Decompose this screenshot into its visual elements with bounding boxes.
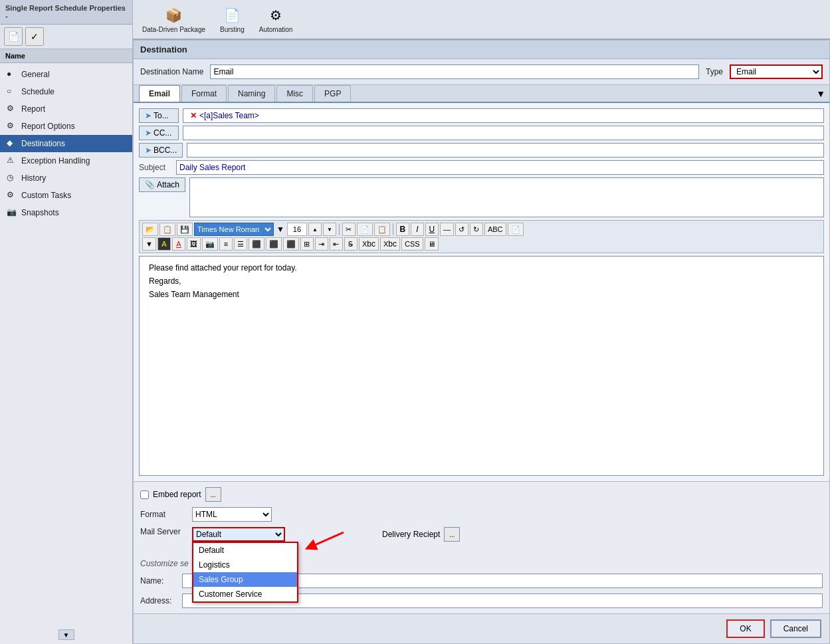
- rt-image-btn[interactable]: 🖼: [187, 237, 201, 251]
- cc-arrow-icon: ➤: [145, 128, 152, 138]
- rt-table-btn[interactable]: ⊞: [300, 237, 314, 251]
- subject-input[interactable]: [176, 160, 824, 175]
- embed-checkbox[interactable]: [140, 490, 149, 499]
- sidebar-item-label: Schedule: [21, 87, 54, 96]
- bcc-row: ➤ BCC...: [139, 143, 824, 158]
- sidebar-nav: ● General ○ Schedule ⚙ Report ⚙ Report O…: [0, 63, 132, 224]
- cc-input[interactable]: [183, 126, 824, 140]
- rt-redo-btn[interactable]: ↻: [470, 223, 483, 236]
- add-icon[interactable]: 📄: [4, 27, 23, 46]
- sidebar-item-exception-handling[interactable]: ⚠ Exception Handling: [0, 152, 132, 169]
- to-tag-remove[interactable]: ✕: [190, 111, 197, 120]
- rt-size-down-btn[interactable]: ▼: [323, 223, 336, 236]
- sidebar-item-report[interactable]: ⚙ Report: [0, 100, 132, 118]
- rt-divider2: [393, 223, 393, 235]
- rt-cut-btn[interactable]: ✂: [342, 223, 356, 236]
- rt-line-btn[interactable]: —: [440, 223, 454, 236]
- data-driven-button[interactable]: 📦 Data-Driven Package: [138, 4, 209, 35]
- email-content: ➤ To... ✕ <[a]Sales Team> ➤ CC...: [134, 103, 829, 481]
- cc-button-label: CC...: [154, 128, 171, 138]
- rt-ol-btn[interactable]: ≡: [219, 237, 233, 251]
- report-icon: ⚙: [7, 104, 17, 114]
- to-field[interactable]: ✕ <[a]Sales Team>: [183, 108, 824, 123]
- ok-button[interactable]: OK: [726, 619, 764, 638]
- rt-font-size[interactable]: [287, 223, 307, 236]
- rt-more-btn[interactable]: 📄: [508, 223, 524, 236]
- attach-button[interactable]: 📎 Attach: [139, 177, 185, 192]
- rt-outdent-btn[interactable]: ⇤: [330, 237, 343, 251]
- sidebar-item-schedule[interactable]: ○ Schedule: [0, 83, 132, 100]
- rt-font-select[interactable]: Times New Roman: [194, 223, 274, 236]
- tab-naming[interactable]: Naming: [228, 85, 275, 102]
- tab-format[interactable]: Format: [181, 85, 227, 102]
- sidebar-item-report-options[interactable]: ⚙ Report Options: [0, 118, 132, 135]
- bcc-button[interactable]: ➤ BCC...: [139, 143, 183, 158]
- cc-button[interactable]: ➤ CC...: [139, 126, 179, 140]
- bcc-input[interactable]: [187, 143, 824, 158]
- sidebar-item-history[interactable]: ◷ History: [0, 169, 132, 187]
- check-icon[interactable]: ✓: [25, 27, 44, 46]
- cancel-button[interactable]: Cancel: [770, 619, 821, 638]
- sidebar-item-custom-tasks[interactable]: ⚙ Custom Tasks: [0, 187, 132, 204]
- chevron-down-icon[interactable]: ▼: [58, 629, 74, 640]
- automation-button[interactable]: ⚙ Automation: [255, 4, 297, 35]
- bursting-button[interactable]: 📄 Bursting: [216, 4, 249, 35]
- schedule-icon: ○: [7, 86, 17, 97]
- sidebar-header: Single Report Schedule Properties -: [0, 0, 132, 25]
- dropdown-item-logistics[interactable]: Logistics: [193, 558, 297, 572]
- rt-css-btn[interactable]: CSS: [401, 237, 423, 251]
- history-icon: ◷: [7, 173, 17, 183]
- rt-align-right-btn[interactable]: ⬛: [283, 237, 299, 251]
- dropdown-item-sales-group[interactable]: Sales Group: [193, 572, 297, 587]
- rt-source-btn[interactable]: 🖥: [425, 237, 439, 251]
- tab-dropdown-icon[interactable]: ▼: [816, 88, 825, 99]
- rt-underline-btn[interactable]: U: [425, 223, 439, 236]
- sidebar-item-destinations[interactable]: ◆ Destinations: [0, 135, 132, 152]
- rt-save-btn[interactable]: 💾: [177, 223, 193, 236]
- rt-super-btn[interactable]: Xbc: [359, 237, 379, 251]
- rt-italic-btn[interactable]: I: [411, 223, 424, 236]
- embed-row: Embed report ...: [140, 487, 823, 502]
- rt-open-btn[interactable]: 📂: [142, 223, 158, 236]
- rt-strike-btn[interactable]: S̶: [344, 237, 358, 251]
- tab-pgp[interactable]: PGP: [314, 85, 351, 102]
- bcc-button-label: BCC...: [154, 146, 177, 155]
- rt-copy-btn[interactable]: 📄: [357, 223, 373, 236]
- tab-misc[interactable]: Misc: [276, 85, 313, 102]
- rt-page-btn[interactable]: 📋: [159, 223, 175, 236]
- exception-icon: ⚠: [7, 156, 17, 166]
- sidebar-item-label: History: [21, 173, 46, 183]
- rt-spell-btn[interactable]: ABC: [484, 223, 506, 236]
- rt-bold-btn[interactable]: B: [396, 223, 409, 236]
- rt-indent-btn[interactable]: ⇥: [315, 237, 328, 251]
- mail-server-select[interactable]: Default: [192, 527, 285, 542]
- mail-server-row: Mail Server Default Default Logistics Sa…: [140, 527, 285, 542]
- sidebar-bottom: ▼: [0, 625, 132, 644]
- rt-sub-btn[interactable]: Xbc: [380, 237, 400, 251]
- rt-paste-btn[interactable]: 📋: [374, 223, 390, 236]
- rt-font-color-btn[interactable]: A: [172, 237, 185, 251]
- dropdown-item-customer-service[interactable]: Customer Service: [193, 587, 297, 601]
- destination-name-input[interactable]: [210, 64, 699, 79]
- svg-line-1: [310, 532, 344, 547]
- rt-align-left-btn[interactable]: ⬛: [249, 237, 264, 251]
- tab-email[interactable]: Email: [139, 85, 180, 102]
- format-select[interactable]: HTML PDF Excel Word: [192, 507, 272, 522]
- delivery-btn[interactable]: ...: [444, 527, 460, 542]
- rt-size-up-btn[interactable]: ▲: [308, 223, 322, 236]
- rt-undo-btn[interactable]: ↺: [455, 223, 468, 236]
- sidebar-item-general[interactable]: ● General: [0, 66, 132, 83]
- rt-highlight-btn[interactable]: A: [157, 237, 171, 251]
- rt-style-btn[interactable]: ▼: [142, 237, 156, 251]
- rt-ul-btn[interactable]: ☰: [234, 237, 247, 251]
- email-body-area[interactable]: Please find attached your report for tod…: [139, 256, 824, 476]
- destination-type-select[interactable]: Email File FTP Print: [730, 64, 823, 79]
- embed-btn[interactable]: ...: [205, 487, 221, 502]
- sidebar-item-snapshots[interactable]: 📷 Snapshots: [0, 204, 132, 221]
- rt-photo-btn[interactable]: 📷: [202, 237, 218, 251]
- rt-align-center-btn[interactable]: ⬛: [266, 237, 282, 251]
- dropdown-item-default[interactable]: Default: [193, 543, 297, 558]
- attach-label: Attach: [157, 180, 179, 189]
- data-driven-label: Data-Driven Package: [142, 26, 205, 33]
- to-button[interactable]: ➤ To...: [139, 108, 179, 123]
